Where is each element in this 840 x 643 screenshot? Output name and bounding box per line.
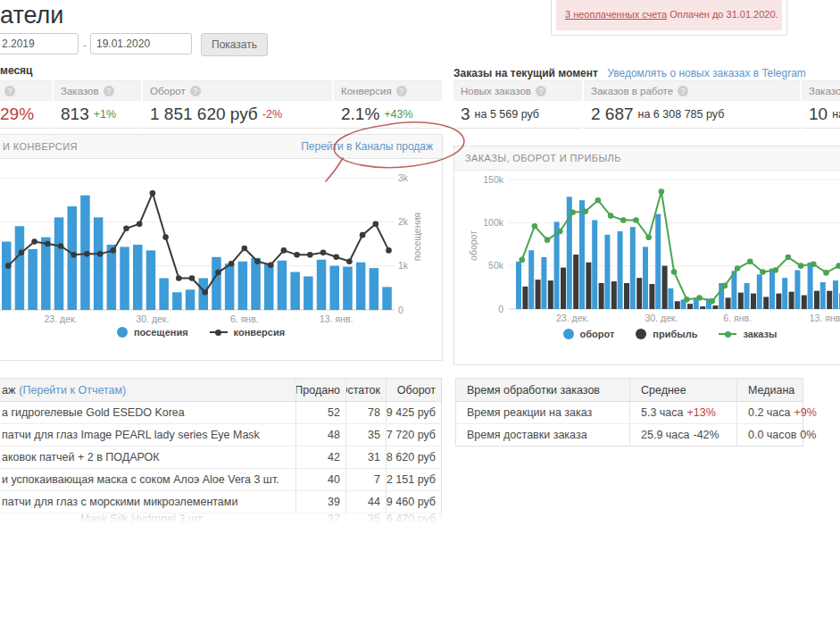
panel-title-orders-revenue-profit: ЗАКАЗЫ, ОБОРОТ И ПРИБЫЛЬ <box>465 153 621 163</box>
stat-card-orders: Заказов ? 813 +1% <box>54 80 141 129</box>
help-icon[interactable]: ? <box>104 86 114 96</box>
stat-label: Заказов <box>809 86 840 96</box>
svg-text:6. янв.: 6. янв. <box>230 313 259 324</box>
sales-channels-link[interactable]: Перейти в Каналы продаж <box>301 140 433 153</box>
unpaid-invoices-link[interactable]: 3 неоплаченных счета <box>565 9 667 20</box>
table-row: а гидрогелевые Gold ESEDO Korea 52 78 29… <box>0 402 441 424</box>
stat-suffix: на 1 <box>832 108 840 121</box>
table-row: и успокаивающая маска с соком Алоэ Aloe … <box>0 469 441 491</box>
stat-delta: +43% <box>384 108 412 121</box>
col-header-sold: Продано <box>295 379 345 401</box>
stat-label: Заказов в работе <box>591 86 673 96</box>
help-icon[interactable]: ? <box>4 86 15 96</box>
visits-marker-icon <box>117 327 128 338</box>
svg-text:0: 0 <box>398 305 403 315</box>
revenue-marker-icon <box>563 329 574 339</box>
stat-value: 813 <box>61 104 89 124</box>
profit-marker-icon <box>636 329 646 339</box>
table-row-partial: Mask Silk Hydrogel 3 шт. 37 35 16 470 ру… <box>0 514 441 523</box>
stat-label: Новых заказов <box>461 86 531 96</box>
legend-item-orders[interactable]: заказы <box>719 329 777 339</box>
stat-delta: +1% <box>94 108 116 121</box>
conversion-marker-icon <box>210 331 228 333</box>
unpaid-invoices-text: Оплачен до 31.01.2020. <box>667 9 778 20</box>
table-row: Время реакции на заказ 5.3 часа +13% 0.2… <box>456 402 803 424</box>
table-row: патчи для глаз Image PEARL lady series E… <box>0 424 441 447</box>
svg-text:30. дек.: 30. дек. <box>136 313 169 324</box>
stat-value: 2.1% <box>341 104 379 124</box>
col-header-revenue: Оборот <box>386 379 441 401</box>
table-row: патчи для глаз с морскими микроэлементам… <box>0 491 441 514</box>
delta-badge: +13% <box>687 406 716 419</box>
svg-text:2k: 2k <box>398 216 409 227</box>
svg-text:23. дек.: 23. дек. <box>556 313 589 323</box>
help-icon[interactable]: ? <box>536 86 546 96</box>
col-header-average: Среднее <box>629 379 736 401</box>
legend-item-conversion[interactable]: конверсия <box>210 327 285 338</box>
stat-value: 1 851 620 руб <box>150 104 258 124</box>
help-icon[interactable]: ? <box>678 86 688 96</box>
svg-text:30. дек.: 30. дек. <box>645 313 678 323</box>
stat-card-conversion: Конверсия ? 2.1% +43% <box>334 80 442 129</box>
stat-label: Заказов <box>61 86 99 96</box>
stat-value: 3 <box>461 104 470 124</box>
help-icon[interactable]: ? <box>190 86 201 96</box>
svg-text:6. янв.: 6. янв. <box>723 313 752 323</box>
stat-card-in-progress: Заказов в работе ? 2 687 на 6 308 785 ру… <box>584 80 800 129</box>
stat-delta: -2% <box>262 108 282 121</box>
stat-label: Конверсия <box>341 86 392 96</box>
date-from-input[interactable] <box>0 33 79 54</box>
stat-card-cut: ? 29% <box>0 80 52 129</box>
processing-table-title: Время обработки заказов <box>456 379 629 401</box>
reports-link[interactable]: (Перейти к Отчетам) <box>19 384 126 397</box>
dashboard-page: атели - Показать 3 неоплаченных счета Оп… <box>0 0 840 643</box>
table-row: Время доставки заказа 25.9 часа -42% 0.0… <box>456 424 803 447</box>
legend-item-profit[interactable]: прибыль <box>636 329 697 339</box>
page-title: атели <box>0 2 63 29</box>
orders-chart-legend: оборот прибыль заказы <box>500 329 840 339</box>
y-axis-label-revenue: оборот <box>468 230 478 261</box>
processing-time-table: Время обработки заказов Среднее Медиана … <box>455 378 803 447</box>
svg-text:150k: 150k <box>483 174 504 185</box>
date-range-separator: - <box>83 39 87 52</box>
delta-badge: 0% <box>800 429 816 441</box>
svg-text:13. янв.: 13. янв. <box>810 313 840 323</box>
stat-label: Оборот <box>150 86 186 96</box>
orders-revenue-profit-chart: 050k100k150k23. дек.30. дек.6. янв.13. я… <box>455 174 840 330</box>
leaders-title-fragment: аж <box>2 384 15 397</box>
legend-item-visits[interactable]: посещения <box>117 327 188 338</box>
delta-badge: +9% <box>794 406 817 419</box>
panel-title-visits-conversion: И КОНВЕРСИЯ <box>3 141 78 152</box>
orders-marker-icon <box>719 333 736 335</box>
col-header-median: Медиана <box>736 379 803 401</box>
legend-item-revenue[interactable]: оборот <box>563 329 615 339</box>
svg-text:13. янв.: 13. янв. <box>320 313 353 324</box>
section-title-current-orders: Заказы на текущий момент <box>453 67 598 79</box>
stat-card-new-orders: Новых заказов ? 3 на 5 569 руб <box>453 80 582 129</box>
col-header-stock: Остаток <box>345 379 386 401</box>
stat-suffix: на 5 569 руб <box>475 108 539 121</box>
help-icon[interactable]: ? <box>396 86 407 96</box>
svg-text:3k: 3k <box>398 172 409 183</box>
show-button[interactable]: Показать <box>201 33 268 56</box>
visits-chart-legend: посещения конверсия <box>0 327 402 338</box>
telegram-notify-link[interactable]: Уведомлять о новых заказах в Telegram <box>607 67 806 79</box>
leaders-table: аж (Перейти к Отчетам) Продано Остаток О… <box>0 378 442 523</box>
stat-suffix: на 6 308 785 руб <box>638 108 725 121</box>
svg-text:100k: 100k <box>483 217 504 228</box>
unpaid-invoices-banner: 3 неоплаченных счета Оплачен до 31.01.20… <box>551 0 787 36</box>
svg-text:50k: 50k <box>488 260 504 271</box>
stat-card-revenue: Оборот ? 1 851 620 руб -2% <box>143 80 332 129</box>
date-to-input[interactable] <box>90 33 192 54</box>
svg-text:23. дек.: 23. дек. <box>45 313 78 324</box>
table-row: аковок патчей + 2 в ПОДАРОК 42 31 98 620… <box>0 447 441 469</box>
section-title-month: месяц <box>0 64 32 77</box>
visits-conversion-chart: 01k2k3k23. дек.30. дек.6. янв.13. янв. <box>0 171 428 328</box>
svg-text:0: 0 <box>498 304 503 314</box>
stat-value: 29% <box>0 104 34 124</box>
stat-card-cut-right: Заказов 10 на 1 <box>802 80 840 129</box>
svg-text:1k: 1k <box>398 260 409 271</box>
y-axis-label-visits: посещения <box>412 213 422 261</box>
stat-value: 10 <box>809 104 828 124</box>
delta-badge: -42% <box>693 429 719 441</box>
